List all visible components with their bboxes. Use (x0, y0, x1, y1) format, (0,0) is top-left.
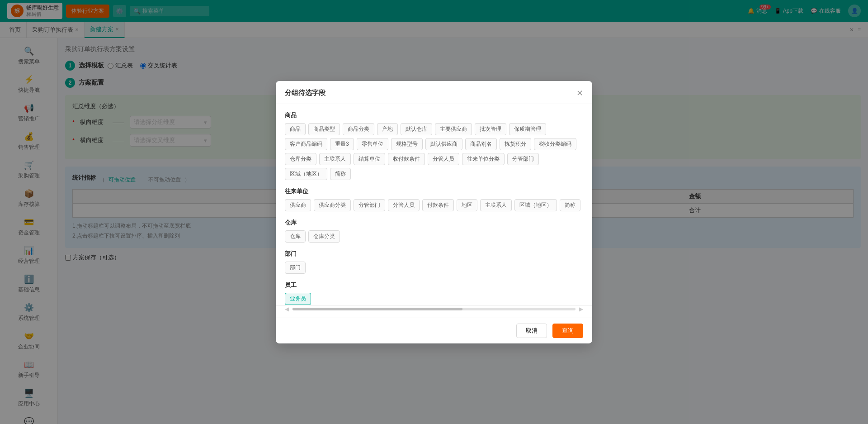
field-tag[interactable]: 主要供应商 (435, 123, 472, 135)
modal-body: 商品 商品 商品类型 商品分类 产地 默认仓库 主要供应商 批次管理 保质期管理… (276, 104, 592, 305)
field-tag[interactable]: 保质期管理 (509, 123, 546, 135)
field-tag[interactable]: 供应商 (285, 199, 311, 211)
field-tag[interactable]: 简称 (330, 168, 351, 180)
section-warehouse: 仓库 仓库 仓库分类 (285, 219, 583, 243)
section-product: 商品 商品 商品类型 商品分类 产地 默认仓库 主要供应商 批次管理 保质期管理… (285, 111, 583, 180)
field-tag[interactable]: 仓库分类 (285, 153, 316, 165)
section-dept-title: 部门 (285, 250, 583, 258)
field-tag[interactable]: 批次管理 (475, 123, 506, 135)
field-tag[interactable]: 分管人员 (428, 153, 459, 165)
field-tag[interactable]: 商品类型 (308, 123, 340, 135)
field-tag[interactable]: 部门 (285, 262, 306, 274)
field-tag[interactable]: 分管部门 (354, 199, 385, 211)
field-tag[interactable]: 主联系人 (480, 199, 512, 211)
field-tag[interactable]: 区域（地区） (514, 199, 557, 211)
section-partner: 往来单位 供应商 供应商分类 分管部门 分管人员 付款条件 地区 主联系人 区域… (285, 187, 583, 211)
field-tag[interactable]: 默认供应商 (425, 138, 462, 150)
field-tag[interactable]: 区域（地区） (285, 168, 327, 180)
field-tag[interactable]: 往来单位分类 (462, 153, 505, 165)
modal-footer: 取消 查询 (276, 318, 592, 343)
modal-scroll-bar: ◀ ▶ (276, 305, 592, 316)
field-tag[interactable]: 产地 (377, 123, 398, 135)
section-partner-title: 往来单位 (285, 187, 583, 195)
section-employee: 员工 业务员 (285, 281, 583, 305)
cancel-button[interactable]: 取消 (516, 324, 547, 338)
product-fields: 商品 商品类型 商品分类 产地 默认仓库 主要供应商 批次管理 保质期管理 客户… (285, 123, 583, 180)
partner-fields: 供应商 供应商分类 分管部门 分管人员 付款条件 地区 主联系人 区域（地区） … (285, 199, 583, 211)
field-tag[interactable]: 税收分类编码 (534, 138, 576, 150)
warehouse-fields: 仓库 仓库分类 (285, 230, 583, 243)
modal-close-button[interactable]: ✕ (576, 88, 583, 98)
field-tag[interactable]: 拣货积分 (500, 138, 531, 150)
field-tag[interactable]: 主联系人 (319, 153, 351, 165)
section-warehouse-title: 仓库 (285, 219, 583, 227)
field-tag[interactable]: 客户商品编码 (285, 138, 327, 150)
field-tag[interactable]: 地区 (457, 199, 477, 211)
field-tag[interactable]: 商品别名 (465, 138, 497, 150)
field-tag[interactable]: 仓库分类 (308, 230, 340, 243)
confirm-button[interactable]: 查询 (552, 324, 583, 338)
section-dept: 部门 部门 (285, 250, 583, 274)
field-tag[interactable]: 简称 (560, 199, 580, 211)
scroll-right-icon[interactable]: ▶ (579, 306, 583, 312)
field-tag[interactable]: 规格型号 (391, 138, 423, 150)
field-selection-modal: 分组待选字段 ✕ 商品 商品 商品类型 商品分类 产地 默认仓库 主要供应商 批… (276, 81, 592, 343)
field-tag[interactable]: 供应商分类 (314, 199, 351, 211)
modal-header: 分组待选字段 ✕ (276, 81, 592, 104)
field-tag[interactable]: 结算单位 (354, 153, 385, 165)
field-tag-salesperson[interactable]: 业务员 (285, 293, 311, 305)
modal-overlay[interactable]: 分组待选字段 ✕ 商品 商品 商品类型 商品分类 产地 默认仓库 主要供应商 批… (0, 0, 868, 424)
modal-title: 分组待选字段 (285, 89, 326, 97)
field-tag[interactable]: 付款条件 (422, 199, 454, 211)
field-tag[interactable]: 零售单位 (357, 138, 388, 150)
field-tag[interactable]: 收付款条件 (388, 153, 425, 165)
employee-fields: 业务员 (285, 293, 583, 305)
section-product-title: 商品 (285, 111, 583, 119)
scroll-left-icon[interactable]: ◀ (285, 306, 289, 312)
field-tag[interactable]: 商品分类 (343, 123, 374, 135)
field-tag[interactable]: 默认仓库 (401, 123, 432, 135)
field-tag[interactable]: 商品 (285, 123, 306, 135)
field-tag[interactable]: 分管人员 (388, 199, 420, 211)
field-tag[interactable]: 分管部门 (507, 153, 539, 165)
dept-fields: 部门 (285, 262, 583, 274)
section-employee-title: 员工 (285, 281, 583, 289)
field-tag[interactable]: 重量3 (330, 138, 354, 150)
field-tag[interactable]: 仓库 (285, 230, 306, 243)
